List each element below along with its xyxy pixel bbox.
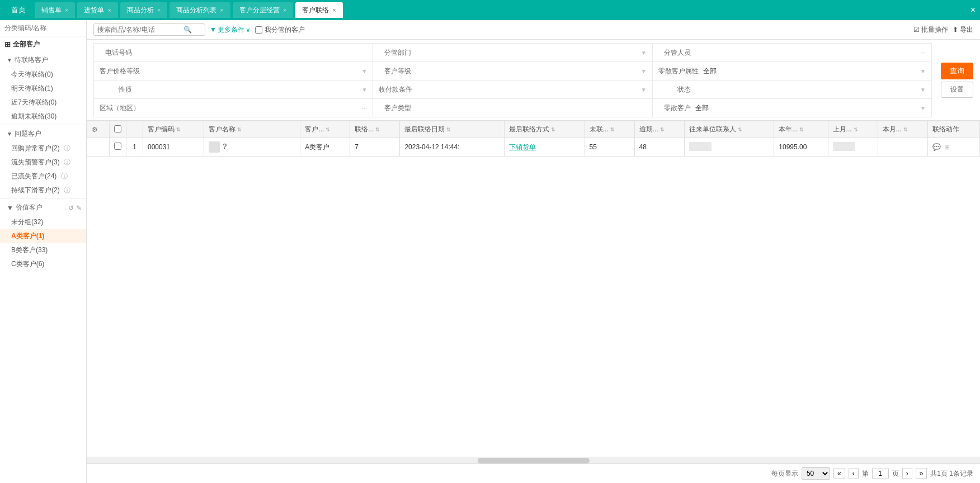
- settings-icon[interactable]: ⚙: [92, 126, 98, 134]
- page-label: 第: [862, 469, 869, 479]
- refresh-icon[interactable]: ↺: [68, 204, 74, 212]
- row-checkbox[interactable]: [114, 143, 121, 150]
- my-customers-checkbox[interactable]: [255, 26, 262, 34]
- col-contact-count[interactable]: 联络...⇅: [350, 121, 400, 138]
- nav-tab-sales-order[interactable]: 销售单 ×: [35, 2, 75, 18]
- nav-tab-customer-contact[interactable]: 客户联络 ×: [295, 2, 342, 18]
- table-area: ⚙ 客户编码⇅ 客户名称⇅ 客户...⇅: [87, 121, 980, 457]
- close-customer-segment[interactable]: ×: [283, 7, 286, 13]
- my-customers-checkbox-label[interactable]: 我分管的客户: [255, 25, 305, 35]
- sidebar-item-today[interactable]: 今天待联络(0): [0, 68, 86, 82]
- customer-level-arrow[interactable]: ▼: [641, 68, 647, 74]
- sidebar-item-unclassified[interactable]: 未分组(32): [0, 215, 86, 229]
- col-last-month[interactable]: 上月...⇅: [828, 121, 878, 138]
- export-btn[interactable]: ⬆ 导出: [953, 25, 973, 35]
- pagination: 每页显示 50 20 100 « ‹ 第 页 › » 共1页 1条记录: [771, 467, 973, 480]
- filter-search-input[interactable]: [97, 26, 181, 34]
- dept-dropdown-arrow[interactable]: ▼: [641, 50, 647, 56]
- last-page-btn[interactable]: »: [916, 468, 927, 479]
- horizontal-scrollbar[interactable]: [87, 457, 980, 463]
- sidebar-search-input[interactable]: [4, 24, 87, 32]
- sidebar-item-lost-potential[interactable]: 流失预警客户(3) ⓘ: [0, 155, 86, 169]
- close-customer-contact[interactable]: ×: [332, 7, 336, 13]
- close-sales-order[interactable]: ×: [65, 7, 68, 13]
- scrollbar-thumb[interactable]: [478, 458, 590, 463]
- sidebar-item-class-a[interactable]: A类客户(1): [0, 229, 86, 243]
- more-conditions-btn[interactable]: ▼ 更多条件 ∨: [210, 25, 251, 35]
- col-overdue[interactable]: 逾期...⇅: [634, 121, 684, 138]
- close-product-analysis[interactable]: ×: [157, 7, 161, 13]
- col-not-contacted[interactable]: 未联...⇅: [585, 121, 634, 138]
- col-last-contact-date[interactable]: 最后联络日期⇅: [400, 121, 505, 138]
- col-customer-type[interactable]: 客户...⇅: [300, 121, 350, 138]
- cell-customer-name[interactable]: ?: [204, 138, 300, 157]
- prev-page-btn[interactable]: ‹: [849, 468, 859, 479]
- nav-tab-purchase-order[interactable]: 进货单 ×: [77, 2, 117, 18]
- nature-arrow[interactable]: ▼: [361, 87, 367, 93]
- sidebar-group-value-customers[interactable]: ▼ 价值客户 ↺ ✎: [0, 200, 86, 215]
- chat-icon[interactable]: 💬: [932, 143, 941, 151]
- per-page-select[interactable]: 50 20 100: [802, 467, 830, 480]
- first-page-btn[interactable]: «: [833, 468, 845, 479]
- filter-search-icon[interactable]: 🔍: [183, 26, 192, 34]
- sidebar-item-near7days[interactable]: 近7天待联络(0): [0, 96, 86, 110]
- nav-tab-home[interactable]: 首页: [4, 5, 32, 15]
- col-last-contact-method[interactable]: 最后联络方式⇅: [504, 121, 585, 138]
- close-product-analysis-list[interactable]: ×: [220, 7, 223, 13]
- sidebar-group-problem-customers[interactable]: ▼ 问题客户: [0, 126, 86, 141]
- person-dots-btn[interactable]: ···: [920, 49, 926, 56]
- page-input[interactable]: [872, 468, 889, 479]
- grid-icon: ⊞: [4, 40, 11, 49]
- next-page-btn[interactable]: ›: [902, 468, 912, 479]
- table-header-row: ⚙ 客户编码⇅ 客户名称⇅ 客户...⇅: [87, 121, 980, 138]
- table-row: 1 000031 ? A类客户 7 2023-04-12 14:44: 下销货单…: [87, 138, 980, 157]
- sidebar-item-persistent-lost[interactable]: 持续下滑客户(2) ⓘ: [0, 183, 86, 197]
- sidebar-item-lost[interactable]: 已流失客户(24) ⓘ: [0, 169, 86, 183]
- status-arrow[interactable]: ▼: [920, 87, 926, 93]
- close-purchase-order[interactable]: ×: [107, 7, 111, 13]
- sidebar-item-tomorrow[interactable]: 明天待联络(1): [0, 82, 86, 96]
- query-button[interactable]: 查询: [941, 63, 973, 79]
- sort-icon-4: ⇅: [375, 127, 380, 132]
- phone-input[interactable]: [136, 49, 367, 56]
- region-dots-btn[interactable]: ···: [361, 104, 367, 112]
- price-level-arrow[interactable]: ▼: [361, 68, 367, 74]
- filter-cell-retail-customer: 零散客户 全部 ▼: [653, 99, 931, 117]
- select-all-checkbox[interactable]: [114, 125, 121, 132]
- col-unit-contact[interactable]: 往来单位联系人⇅: [684, 121, 774, 138]
- col-this-year[interactable]: 本年...⇅: [774, 121, 828, 138]
- last-month-placeholder: [833, 142, 855, 151]
- settings-button[interactable]: 设置: [941, 82, 973, 98]
- col-this-month[interactable]: 本月...⇅: [878, 121, 927, 138]
- edit-icon[interactable]: ✎: [76, 204, 82, 212]
- contact-method-link[interactable]: 下销货单: [509, 143, 536, 151]
- close-all-tabs[interactable]: ×: [970, 5, 976, 15]
- sidebar-item-class-c[interactable]: C类客户(6): [0, 257, 86, 271]
- sidebar-item-repeat-abnormal[interactable]: 回购异常客户(2) ⓘ: [0, 141, 86, 155]
- cell-last-contact-method[interactable]: 下销货单: [504, 138, 585, 157]
- col-customer-code[interactable]: 客户编码⇅: [143, 121, 204, 138]
- nav-tab-product-analysis[interactable]: 商品分析 ×: [120, 2, 167, 18]
- customer-type-label: 客户类型: [379, 103, 411, 113]
- sidebar-group-pending-contact[interactable]: ▼ 待联络客户: [0, 53, 86, 68]
- arrow-down-icon: ▼: [7, 57, 12, 63]
- cell-customer-code[interactable]: 000031: [143, 138, 204, 157]
- nav-tab-customer-segment[interactable]: 客户分层经营 ×: [233, 2, 293, 18]
- nav-tab-product-analysis-list[interactable]: 商品分析列表 ×: [169, 2, 230, 18]
- retail-customer-arrow[interactable]: ▼: [920, 105, 926, 111]
- grid-icon-action[interactable]: ⊞: [944, 143, 950, 151]
- per-page-label: 每页显示: [771, 469, 798, 479]
- payment-arrow[interactable]: ▼: [641, 87, 647, 93]
- retail-attr-arrow[interactable]: ▼: [920, 68, 926, 74]
- sidebar-item-class-b[interactable]: B类客户(33): [0, 243, 86, 257]
- all-customers-header[interactable]: ⊞ 全部客户: [0, 36, 86, 53]
- chevron-down-icon: ∨: [246, 26, 251, 34]
- bulk-op-btn[interactable]: ☑ 批量操作: [913, 25, 948, 35]
- sidebar-item-overdue[interactable]: 逾期未联络(30): [0, 110, 86, 124]
- sidebar-search-area: 🔍 ◀: [0, 20, 86, 36]
- col-customer-name[interactable]: 客户名称⇅: [204, 121, 300, 138]
- col-settings[interactable]: ⚙: [87, 121, 110, 138]
- retail-customer-label: 零散客户: [658, 103, 691, 113]
- pagination-bar: 每页显示 50 20 100 « ‹ 第 页 › » 共1页 1条记录: [87, 463, 980, 483]
- cell-this-month: [878, 138, 927, 157]
